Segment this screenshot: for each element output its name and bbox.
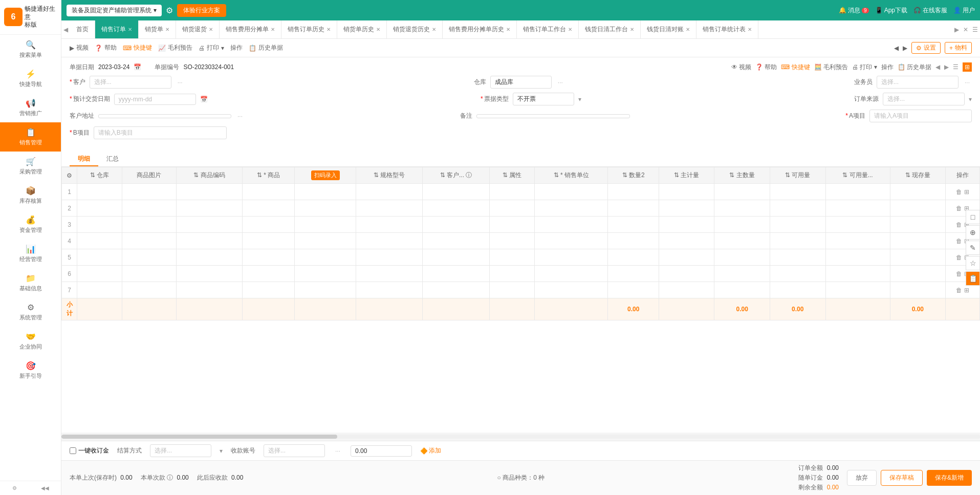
collapse-btn[interactable]: ◀◀: [41, 485, 49, 491]
scan-btn[interactable]: 扫码录入: [311, 170, 340, 180]
col-settings-icon[interactable]: ⚙: [67, 172, 72, 179]
inner-tab-明细[interactable]: 明细: [70, 153, 98, 166]
remark-input[interactable]: [476, 114, 630, 118]
tab-close-icon[interactable]: ✕: [376, 27, 380, 32]
float-btn-4[interactable]: ☆: [966, 256, 980, 270]
warehouse-input[interactable]: 成品库: [490, 76, 552, 89]
col-sort-warehouse[interactable]: ⇅: [90, 171, 95, 179]
add-item-btn[interactable]: + 物料: [945, 42, 972, 54]
next-page-btn[interactable]: ▶: [903, 42, 907, 54]
delete-icon[interactable]: 🗑: [956, 254, 962, 261]
profit-icon[interactable]: 🧮 毛利预告: [814, 63, 848, 72]
float-btn-2[interactable]: ⊕: [966, 225, 980, 240]
one-click-checkbox-label[interactable]: 一键收订金: [70, 446, 109, 455]
delete-icon[interactable]: 🗑: [956, 270, 962, 277]
nav-right-icon[interactable]: ▶: [944, 63, 949, 71]
account-more-btn[interactable]: ···: [333, 447, 342, 455]
view-icon[interactable]: 👁 视频: [731, 63, 751, 72]
app-download-btn[interactable]: 📱 App下载: [875, 6, 907, 15]
staff-input[interactable]: 选择...: [877, 76, 959, 89]
payment-chevron[interactable]: ▾: [220, 447, 223, 455]
customer-input[interactable]: 选择...: [90, 76, 171, 89]
online-service-btn[interactable]: 🎧 在线客服: [913, 6, 947, 15]
inner-tab-汇总[interactable]: 汇总: [98, 153, 127, 166]
col-sort-qty2[interactable]: ⇅: [622, 171, 627, 179]
tab-close-icon[interactable]: ✕: [209, 27, 213, 32]
sidebar-item-营销推广[interactable]: 📢营销推广: [0, 93, 61, 122]
address-more-btn[interactable]: ···: [235, 113, 245, 120]
tab-close-icon[interactable]: ✕: [506, 27, 510, 32]
col-sort-available[interactable]: ⇅: [785, 171, 790, 179]
industry-btn[interactable]: 体验行业方案: [177, 4, 226, 17]
sidebar-item-经营管理[interactable]: 📊经营管理: [0, 239, 61, 268]
staff-more-btn[interactable]: ···: [963, 79, 972, 86]
shortcut-icon[interactable]: ⌨ 快捷键: [781, 63, 810, 72]
col-sort-available2[interactable]: ⇅: [842, 171, 847, 179]
sidebar-item-库存核算[interactable]: 📦库存核算: [0, 181, 61, 210]
delivery-input[interactable]: yyyy-mm-dd: [114, 94, 196, 105]
col-settings[interactable]: ⚙: [62, 167, 77, 184]
tab-销货单历史[interactable]: 销货单历史✕: [337, 20, 387, 39]
col-sort-unit[interactable]: ⇅: [554, 171, 559, 179]
float-btn-5[interactable]: 📋: [966, 271, 980, 286]
profit-btn[interactable]: 📈 毛利预告: [158, 44, 192, 52]
sidebar-item-基础信息[interactable]: 📁基础信息: [0, 268, 61, 297]
sidebar-item-采购管理[interactable]: 🛒采购管理: [0, 152, 61, 181]
tab-close-icon[interactable]: ✕: [686, 27, 690, 32]
customer-more-btn[interactable]: ···: [176, 79, 185, 86]
invoice-select[interactable]: 不开票: [513, 93, 574, 105]
print-icon-2[interactable]: 🖨 打印 ▾: [852, 63, 877, 72]
tab-close-icon[interactable]: ✕: [165, 27, 169, 32]
prev-page-btn[interactable]: ◀: [894, 42, 899, 54]
tab-close-icon[interactable]: ✕: [271, 27, 275, 32]
tab-close-icon[interactable]: ✕: [568, 27, 572, 32]
sidebar-item-系统管理[interactable]: ⚙系统管理: [0, 297, 61, 327]
tab-close-icon[interactable]: ✕: [326, 27, 331, 32]
tab-销售费用分摊单[interactable]: 销售费用分摊单✕: [220, 20, 281, 39]
history-icon-2[interactable]: 📋 历史单据: [898, 63, 931, 72]
b-project-input[interactable]: 请输入B项目: [94, 126, 227, 139]
tab-销货退货[interactable]: 销货退货✕: [176, 20, 220, 39]
tab-首页[interactable]: 首页: [70, 20, 95, 39]
message-btn[interactable]: 🔔 消息 9: [839, 6, 869, 15]
delete-icon[interactable]: 🗑: [956, 188, 962, 196]
operation-btn[interactable]: 操作: [230, 44, 243, 52]
account-input[interactable]: 选择...: [264, 444, 325, 457]
nav-left-icon[interactable]: ◀: [935, 63, 940, 71]
save-new-btn[interactable]: 保存&新增: [927, 470, 972, 486]
delete-icon[interactable]: 🗑: [956, 238, 962, 245]
gear-icon[interactable]: ⚙: [166, 6, 173, 15]
warehouse-more-btn[interactable]: ···: [556, 79, 565, 86]
col-sort-attr[interactable]: ⇅: [503, 171, 508, 179]
sidebar-item-搜索菜单[interactable]: 🔍搜索菜单: [0, 35, 61, 64]
tab-销售订单工作台[interactable]: 销售订单工作台✕: [517, 20, 579, 39]
horizontal-scrollbar[interactable]: [61, 435, 980, 439]
print-btn[interactable]: 🖨 打印 ▾: [199, 44, 224, 52]
tab-销货退货历史[interactable]: 销货退货历史✕: [387, 20, 443, 39]
view-btn[interactable]: ▶ 视频: [70, 44, 89, 52]
amount-input[interactable]: 0.00: [351, 445, 412, 457]
order-source-chevron[interactable]: ▾: [969, 96, 972, 103]
grid-icon[interactable]: ⊞: [963, 62, 972, 72]
calendar-icon[interactable]: 📅: [134, 63, 141, 71]
tab-close-icon[interactable]: ✕: [432, 27, 436, 32]
sidebar-item-新手引导[interactable]: 🎯新手引导: [0, 356, 61, 385]
invoice-chevron[interactable]: ▾: [578, 96, 581, 103]
tab-钱货日清对账[interactable]: 钱货日清对账✕: [641, 20, 696, 39]
delete-icon[interactable]: 🗑: [956, 205, 962, 212]
history-btn[interactable]: 📋 历史单据: [249, 44, 283, 52]
copy-icon[interactable]: ⊞: [964, 287, 969, 294]
add-btn[interactable]: 🔶 添加: [420, 446, 441, 455]
copy-icon[interactable]: ⊞: [964, 188, 969, 196]
tab-销售订单历史[interactable]: 销售订单历史✕: [281, 20, 337, 39]
tab-销货单[interactable]: 销货单✕: [139, 20, 176, 39]
operation-icon[interactable]: 操作: [881, 63, 894, 72]
float-btn-3[interactable]: ✎: [966, 241, 980, 255]
sidebar-item-快捷导航[interactable]: ⚡快捷导航: [0, 64, 61, 93]
tab-close-icon[interactable]: ✕: [748, 27, 752, 32]
tab-close-icon[interactable]: ✕: [128, 27, 132, 32]
col-scan[interactable]: 扫码录入: [294, 167, 356, 184]
discard-btn[interactable]: 放弃: [847, 470, 877, 486]
list-icon[interactable]: ☰: [953, 63, 959, 71]
delete-icon[interactable]: 🗑: [956, 287, 962, 294]
